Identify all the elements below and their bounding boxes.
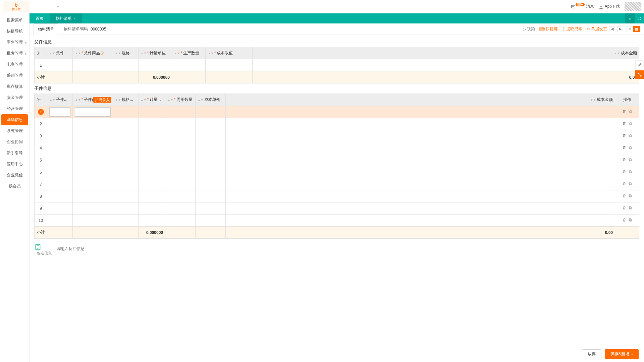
delete-row-icon[interactable] — [622, 145, 626, 149]
copy-row-icon[interactable] — [628, 194, 632, 198]
action-shortcut[interactable]: ⌨快捷键 — [539, 26, 558, 32]
table-row[interactable]: 7 — [35, 178, 639, 190]
subtab-bom[interactable]: 物料清单 — [34, 23, 58, 35]
svg-rect-0 — [571, 5, 575, 8]
org-selector[interactable]: ▼ — [36, 5, 60, 8]
nav-prev[interactable]: ◀ — [609, 26, 615, 32]
tab-home[interactable]: 首页 — [30, 13, 50, 23]
delete-row-icon[interactable] — [622, 133, 626, 137]
delete-row-icon[interactable] — [622, 109, 626, 113]
delete-row-icon[interactable] — [622, 218, 626, 222]
copy-row-icon[interactable] — [628, 133, 632, 137]
fullscreen-icon[interactable] — [635, 13, 644, 23]
col-child-spec[interactable]: ▲▼规格... — [113, 94, 139, 106]
table-row[interactable]: 10 — [35, 215, 639, 227]
col-settings[interactable] — [35, 94, 47, 106]
tab-close-all[interactable]: × — [625, 13, 635, 23]
col-child-costamt[interactable]: ▲▼成本金额 — [226, 94, 615, 106]
col-parent-uom[interactable]: ▲▼*计量单位 — [139, 47, 172, 59]
delete-row-icon[interactable] — [622, 206, 626, 210]
sidebar-item[interactable]: 库存核算 — [0, 81, 29, 92]
sidebar-item[interactable]: 应用中心 — [0, 159, 29, 170]
sidebar-item[interactable]: 畅会员 — [0, 181, 29, 192]
col-settings[interactable] — [35, 47, 47, 59]
sidebar-item[interactable]: 系统管理 — [0, 125, 29, 136]
topbar: b 标准版 ▼ 99+ 消息 App下载 — [0, 0, 644, 13]
table-row[interactable]: 6 — [35, 166, 639, 178]
delete-row-icon[interactable] — [622, 182, 626, 186]
child-code-input[interactable] — [49, 107, 70, 117]
table-row[interactable]: 1 — [35, 59, 639, 71]
col-parent-spec[interactable]: ▲▼规格... — [113, 47, 139, 59]
table-row[interactable]: 4 — [35, 142, 639, 154]
table-row[interactable]: 9 — [35, 202, 639, 215]
remark-input[interactable] — [54, 243, 639, 254]
copy-row-icon[interactable] — [628, 145, 632, 149]
close-icon[interactable]: × — [74, 16, 76, 20]
action-extract-cost[interactable]: ⇪提取成本 — [562, 26, 582, 32]
save-new-button[interactable]: 保存&新增▾ — [605, 349, 639, 359]
sidebar-item[interactable]: 批发管理▸ — [0, 48, 29, 59]
svg-rect-21 — [630, 219, 632, 221]
rail-edit[interactable] — [635, 60, 644, 69]
sidebar-item[interactable]: 资金管理 — [0, 92, 29, 103]
sidebar-item[interactable]: 基础信息 — [1, 114, 28, 125]
delete-row-icon[interactable] — [622, 121, 626, 125]
sidebar-item[interactable]: 经营管理 — [0, 103, 29, 114]
discard-button[interactable]: 放弃 — [582, 349, 601, 359]
sidebar-item[interactable]: 新手引导 — [0, 147, 29, 159]
col-child-unitcost[interactable]: ▲▼成本单价 — [196, 94, 226, 106]
child-product-input[interactable] — [75, 107, 111, 117]
add-row-button[interactable]: + — [38, 109, 44, 115]
note-icon — [34, 243, 54, 251]
copy-row-icon[interactable] — [628, 218, 632, 222]
sidebar-item[interactable]: 企业协同 — [0, 136, 29, 147]
table-row[interactable]: 8 — [35, 190, 639, 202]
table-row[interactable]: 2 — [35, 118, 639, 130]
col-parent-product[interactable]: ▲▼*父件商品ⓘ — [73, 47, 113, 59]
sidebar-item[interactable]: 企业微信 — [0, 170, 29, 181]
scan-input-tag[interactable]: 扫码录入 — [93, 97, 111, 103]
col-parent-qty[interactable]: ▲▼*生产数量 — [172, 47, 206, 59]
copy-row-icon[interactable] — [628, 158, 632, 162]
table-row[interactable]: 3 — [35, 130, 639, 142]
svg-rect-12 — [629, 158, 631, 160]
help-icon[interactable]: ⓘ — [101, 51, 104, 55]
rail-expand[interactable] — [635, 70, 644, 79]
chevron-down-icon: ▼ — [56, 5, 60, 8]
copy-row-icon[interactable] — [628, 121, 632, 125]
col-parent-code[interactable]: ▲▼父件... — [47, 47, 73, 59]
col-child-code[interactable]: ▲▼子件... — [47, 94, 73, 106]
col-child-needqty[interactable]: ▲▼*需用数量 — [165, 94, 196, 106]
copy-row-icon[interactable] — [628, 206, 632, 210]
col-child-uom[interactable]: ▲▼*计量... — [139, 94, 165, 106]
copy-row-icon[interactable] — [628, 182, 632, 186]
view-detail[interactable]: ▦ — [633, 26, 640, 32]
nav-next[interactable]: ▶ — [617, 26, 623, 32]
app-download-link[interactable]: App下载 — [599, 4, 620, 9]
col-child-product[interactable]: ▲▼*子件商扫码录入 — [73, 94, 113, 106]
sidebar-item[interactable]: 零售管理▸ — [0, 37, 29, 48]
table-row[interactable]: + — [35, 106, 639, 118]
action-video[interactable]: ▷视频 — [523, 26, 535, 32]
sidebar-item[interactable]: 搜索菜单 — [0, 15, 29, 26]
col-parent-costsrc[interactable]: ▲▼*成本取值 — [206, 47, 253, 59]
copy-row-icon[interactable] — [628, 109, 632, 113]
tab-bom-label: 物料清单 — [56, 16, 72, 21]
delete-row-icon[interactable] — [622, 170, 626, 174]
sidebar-item[interactable]: 快捷导航 — [0, 26, 29, 37]
delete-row-icon[interactable] — [622, 194, 626, 198]
view-list[interactable]: ≡ — [627, 26, 633, 32]
sidebar-item[interactable]: 采购管理 — [0, 70, 29, 81]
avatar[interactable] — [625, 2, 641, 11]
messages-link[interactable]: 99+ 消息 — [571, 4, 594, 9]
delete-row-icon[interactable] — [622, 158, 626, 162]
action-doc-setting[interactable]: ⚙单据设置 — [586, 26, 607, 32]
table-row[interactable]: 5 — [35, 154, 639, 166]
svg-rect-18 — [629, 194, 631, 196]
svg-rect-6 — [629, 122, 631, 124]
tab-bom[interactable]: 物料清单 × — [50, 13, 82, 23]
copy-row-icon[interactable] — [628, 170, 632, 174]
sidebar-item[interactable]: 电商管理 — [0, 59, 29, 70]
col-parent-costamt[interactable]: ▲▼成本金额 — [253, 47, 639, 59]
